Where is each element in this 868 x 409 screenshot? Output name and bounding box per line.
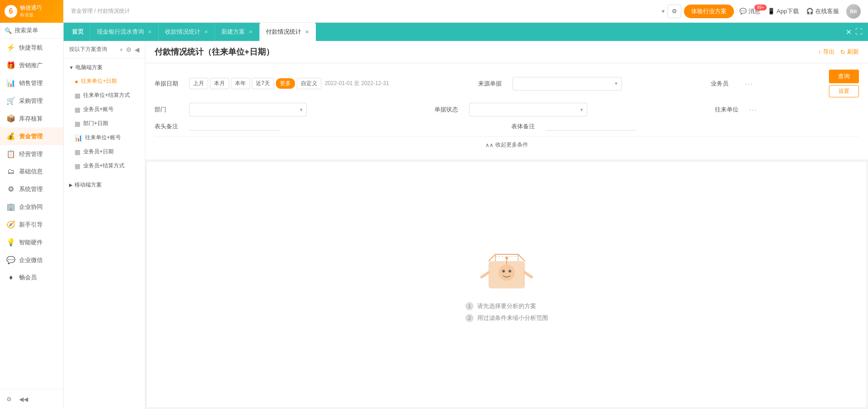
user-avatar[interactable]: Rit — [846, 4, 861, 19]
tab-bank[interactable]: 现金银行流水查询 ✕ — [90, 23, 159, 41]
scheme-item-salesman-settle[interactable]: ▦ 业务员+结算方式 — [64, 159, 145, 173]
topbar: 资金管理 / 付款情况统计 ▾ ⚙ 体验行业方案 💬 消息 99+ 📱 App下… — [64, 0, 868, 23]
sidebar-item-marketing[interactable]: 🎁 营销推广 — [0, 56, 63, 74]
date-btn-this-year[interactable]: 本年 — [231, 78, 250, 89]
expand-tab-btn[interactable]: ⛶ — [855, 28, 863, 36]
tabbar-actions: ✕ ⛶ — [842, 28, 866, 36]
salesman-dots-btn[interactable]: ··· — [745, 80, 753, 87]
tip-num-2: 2 — [465, 314, 474, 322]
scheme-header: 按以下方案查询 + ⚙ ◀ — [64, 41, 145, 58]
salesman-filter-label: 业务员 — [711, 80, 736, 88]
scheme-group-desktop-title[interactable]: ▼ 电脑端方案 — [64, 61, 145, 74]
sidebar-item-enterprise[interactable]: 🏢 企业协同 — [0, 198, 63, 216]
scheme-group-desktop: ▼ 电脑端方案 ● 往来单位+日期 ▦ 往来单位+结算方式 ▦ 业务员+账号 ▦ — [64, 58, 145, 176]
tab-new-scheme[interactable]: 新建方案 ✕ — [215, 23, 259, 41]
date-btn-this-month[interactable]: 本月 — [210, 78, 229, 89]
service-label: 在线客服 — [815, 7, 839, 15]
dropdown-arrow-icon[interactable]: ▾ — [662, 8, 665, 15]
search-menu[interactable]: 🔍 搜索菜单 — [0, 23, 63, 39]
refresh-btn[interactable]: ↻ 刷新 — [840, 48, 859, 56]
sidebar-item-basic[interactable]: 🗂 基础信息 — [0, 163, 63, 180]
scheme-item-partner-settle[interactable]: ▦ 往来单位+结算方式 — [64, 88, 145, 102]
date-range-text: 2022-01-01 至 2022-12-31 — [325, 80, 389, 87]
date-filter-label: 单据日期 — [155, 80, 180, 88]
sidebar-item-operation[interactable]: 📋 经营管理 — [0, 145, 63, 163]
scheme-item-label: 往来单位+日期 — [81, 77, 117, 85]
quick-nav-icon: ⚡ — [6, 43, 15, 52]
marketing-icon: 🎁 — [6, 61, 15, 70]
export-btn[interactable]: ↑ 导出 — [818, 48, 835, 56]
sidebar-item-purchase[interactable]: 🛒 采购管理 — [0, 92, 63, 110]
topbar-settings-btn[interactable]: ⚙ — [668, 5, 681, 18]
dept-select[interactable]: ▾ — [189, 103, 307, 116]
guide-icon: 🧭 — [6, 220, 15, 229]
settings-footer-btn[interactable]: ⚙ — [5, 394, 14, 404]
svg-point-5 — [505, 257, 508, 259]
doc-status-select[interactable]: ▾ — [469, 103, 587, 116]
empty-tip-2: 2 用过滤条件来缩小分析范围 — [465, 314, 548, 322]
scheme-sidebar: 按以下方案查询 + ⚙ ◀ ▼ 电脑端方案 ● 往来单位+日期 ▦ — [64, 41, 145, 409]
scheme-item-dept-date[interactable]: ▦ 部门+日期 — [64, 116, 145, 131]
sidebar-item-member[interactable]: ♦ 畅会员 — [0, 269, 63, 286]
mobile-group-arrow: ▶ — [69, 182, 73, 187]
scheme-item-salesman-date[interactable]: ▦ 业务员+日期 — [64, 145, 145, 159]
scheme-group-mobile-title[interactable]: ▶ 移动端方案 — [64, 178, 145, 192]
source-select[interactable]: ▾ — [513, 77, 622, 91]
tab-receipt[interactable]: 收款情况统计 ✕ — [159, 23, 215, 41]
sidebar-item-finance[interactable]: 💰 资金管理 — [0, 127, 63, 145]
desktop-group-arrow: ▼ — [69, 65, 74, 70]
sidebar-item-label: 资金管理 — [19, 132, 43, 141]
trial-btn[interactable]: 体验行业方案 — [684, 5, 734, 18]
partner-dots-btn[interactable]: ··· — [749, 106, 758, 113]
empty-tips: 1 请先选择要分析的方案 2 用过滤条件来缩小分析范围 — [465, 302, 548, 322]
sidebar-item-inventory[interactable]: 📦 库存核算 — [0, 110, 63, 127]
tab-bank-close[interactable]: ✕ — [148, 29, 152, 35]
filter-settings-btn[interactable]: 设置 — [829, 85, 859, 97]
svg-point-3 — [509, 270, 511, 273]
body-note-label: 表体备注 — [511, 122, 537, 131]
date-btn-7days[interactable]: 近7天 — [252, 78, 274, 89]
message-icon: 💬 — [739, 8, 747, 15]
tab-home[interactable]: 首页 — [65, 23, 90, 41]
sidebar-item-guide[interactable]: 🧭 新手引导 — [0, 216, 63, 233]
sidebar-item-hardware[interactable]: 💡 智能硬件 — [0, 233, 63, 251]
sidebar-item-wechat[interactable]: 💬 企业微信 — [0, 251, 63, 269]
sidebar-item-quick-nav[interactable]: ⚡ 快捷导航 — [0, 39, 63, 56]
add-scheme-btn[interactable]: + — [120, 46, 123, 53]
tab-payment-close[interactable]: ✕ — [305, 29, 309, 35]
date-btn-custom[interactable]: 自定义 — [297, 78, 321, 89]
messages-btn[interactable]: 💬 消息 99+ — [739, 7, 760, 15]
desktop-group-label: 电脑端方案 — [75, 64, 103, 71]
sidebar-item-system[interactable]: ⚙ 系统管理 — [0, 180, 63, 198]
scheme-header-title: 按以下方案查询 — [69, 45, 107, 53]
system-icon: ⚙ — [6, 185, 15, 193]
header-note-input[interactable] — [189, 122, 280, 131]
dept-filter-label: 部门 — [155, 106, 180, 114]
collapse-conditions-btn[interactable]: ∧∧ 收起更多条件 — [483, 138, 531, 151]
salesman-account-icon: ▦ — [75, 106, 80, 113]
topbar-right: 💬 消息 99+ 📱 App下载 🎧 在线客服 Rit — [739, 4, 861, 19]
filter-row-1: 单据日期 上月 本月 本年 近7天 更多 自定义 2022-01-01 至 20… — [155, 70, 859, 97]
collapse-sidebar-btn[interactable]: ◀◀ — [17, 394, 30, 404]
tab-payment[interactable]: 付款情况统计 ✕ — [259, 23, 316, 41]
query-btn[interactable]: 查询 — [829, 70, 859, 83]
scheme-item-partner-date[interactable]: ● 往来单位+日期 — [64, 74, 145, 88]
collapse-scheme-btn[interactable]: ◀ — [135, 46, 140, 53]
sidebar-item-sales[interactable]: 📊 销售管理 — [0, 74, 63, 92]
scheme-settings-btn[interactable]: ⚙ — [126, 46, 132, 53]
member-icon: ♦ — [6, 273, 15, 282]
tab-receipt-close[interactable]: ✕ — [204, 29, 208, 35]
scheme-item-label: 业务员+结算方式 — [83, 162, 125, 170]
body-note-input[interactable] — [546, 122, 637, 131]
scheme-item-salesman-account[interactable]: ▦ 业务员+账号 — [64, 102, 145, 116]
online-service-btn[interactable]: 🎧 在线客服 — [806, 7, 839, 15]
sidebar-item-label: 智能硬件 — [19, 238, 43, 247]
scheme-item-partner-account[interactable]: 📊 往来单位+账号 — [64, 131, 145, 145]
date-btn-more[interactable]: 更多 — [276, 78, 295, 89]
date-btn-last-month[interactable]: 上月 — [189, 78, 208, 89]
tab-new-scheme-close[interactable]: ✕ — [249, 29, 253, 35]
close-tab-btn[interactable]: ✕ — [846, 28, 852, 36]
app-download-btn[interactable]: 📱 App下载 — [768, 7, 799, 15]
sidebar-item-label: 快捷导航 — [19, 44, 43, 52]
tip-num-1: 1 — [465, 302, 474, 310]
